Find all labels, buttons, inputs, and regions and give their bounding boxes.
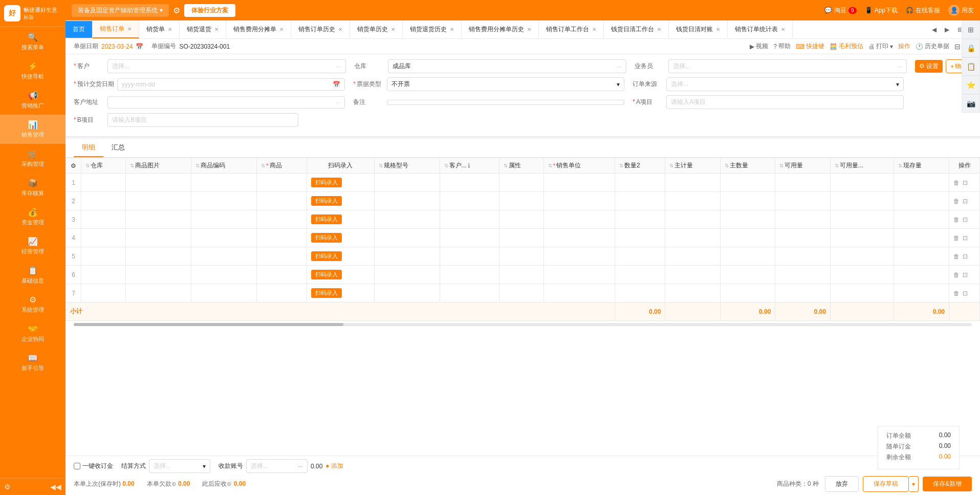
th-customer-product[interactable]: ⇅客户...ℹ bbox=[440, 158, 499, 174]
right-panel-btn-3[interactable]: 📋 bbox=[962, 57, 980, 76]
table-cell[interactable] bbox=[256, 247, 307, 266]
table-cell[interactable] bbox=[665, 284, 720, 303]
table-cell[interactable] bbox=[256, 229, 307, 247]
table-cell[interactable] bbox=[81, 266, 126, 284]
sidebar-item-basic[interactable]: 📋 基础信息 bbox=[0, 261, 66, 290]
table-cell[interactable] bbox=[499, 174, 543, 192]
system-title[interactable]: 装备及固定资产辅助管理系统 ▾ bbox=[72, 4, 169, 17]
table-cell[interactable] bbox=[374, 192, 440, 210]
table-cell[interactable] bbox=[543, 210, 615, 229]
sidebar-item-marketing[interactable]: 📢 营销推广 bbox=[0, 85, 66, 115]
table-cell[interactable] bbox=[543, 192, 615, 210]
table-cell[interactable] bbox=[720, 174, 775, 192]
table-cell[interactable] bbox=[543, 174, 615, 192]
table-cell[interactable] bbox=[775, 284, 830, 303]
table-cell[interactable] bbox=[499, 284, 543, 303]
table-scrollbar[interactable] bbox=[66, 321, 980, 328]
table-cell[interactable] bbox=[894, 174, 949, 192]
table-cell[interactable] bbox=[615, 229, 665, 247]
th-spec[interactable]: ⇅规格型号 bbox=[374, 158, 440, 174]
table-cell[interactable] bbox=[191, 210, 256, 229]
copy-row-icon[interactable]: ⊡ bbox=[963, 253, 968, 260]
table-cell[interactable] bbox=[894, 229, 949, 247]
table-cell[interactable] bbox=[256, 174, 307, 192]
table-cell[interactable] bbox=[126, 210, 191, 229]
table-cell[interactable] bbox=[720, 266, 775, 284]
table-cell[interactable] bbox=[775, 266, 830, 284]
a-project-input[interactable]: 请输入A项目 bbox=[666, 95, 904, 109]
tab-prev-arrow[interactable]: ◀ bbox=[928, 24, 941, 35]
preview-action[interactable]: ▶ 视频 bbox=[750, 42, 768, 51]
th-qty2[interactable]: ⇅数量2 bbox=[615, 158, 665, 174]
tab-cash-reconcile[interactable]: 钱货日清对账 ✕ bbox=[669, 21, 728, 38]
scan-button[interactable]: 扫码录入 bbox=[311, 288, 342, 298]
table-cell[interactable] bbox=[830, 210, 894, 229]
table-cell[interactable] bbox=[256, 266, 307, 284]
table-cell[interactable] bbox=[126, 174, 191, 192]
tab-close-order-workbench[interactable]: ✕ bbox=[592, 27, 596, 32]
table-cell[interactable] bbox=[775, 174, 830, 192]
tab-return-history[interactable]: 销货退货历史 ✕ bbox=[403, 21, 462, 38]
sidebar-item-inventory[interactable]: 📦 库存核算 bbox=[0, 173, 66, 202]
table-cell[interactable] bbox=[894, 266, 949, 284]
table-cell[interactable] bbox=[81, 229, 126, 247]
table-cell[interactable] bbox=[830, 229, 894, 247]
customer-input[interactable]: 选择... ··· bbox=[107, 59, 346, 73]
table-cell[interactable] bbox=[543, 284, 615, 303]
profit-action[interactable]: 🧮 毛利预估 bbox=[830, 42, 863, 51]
message-button[interactable]: 💬 淘豆 9 bbox=[824, 6, 857, 15]
table-cell[interactable] bbox=[191, 247, 256, 266]
table-cell[interactable] bbox=[374, 174, 440, 192]
table-cell[interactable]: 扫码录入 bbox=[307, 229, 374, 247]
table-cell[interactable] bbox=[615, 266, 665, 284]
tab-sales-order-history[interactable]: 销售订单历史 ✕ bbox=[291, 21, 350, 38]
save-draft-button[interactable]: 保存草稿 bbox=[863, 476, 909, 492]
sidebar-item-purchase[interactable]: 🛒 采购管理 bbox=[0, 144, 66, 173]
b-project-input[interactable]: 请输入B项目 bbox=[107, 113, 298, 127]
table-cell[interactable] bbox=[615, 174, 665, 192]
right-panel-btn-4[interactable]: ⭐ bbox=[962, 76, 980, 94]
copy-row-icon[interactable]: ⊡ bbox=[963, 179, 968, 186]
table-cell[interactable] bbox=[665, 247, 720, 266]
table-cell[interactable] bbox=[830, 266, 894, 284]
table-cell[interactable] bbox=[775, 210, 830, 229]
table-cell[interactable] bbox=[894, 210, 949, 229]
print-action[interactable]: 🖨 打印 ▾ bbox=[868, 42, 893, 51]
tab-close-cash-workbench[interactable]: ✕ bbox=[657, 27, 661, 32]
table-cell[interactable] bbox=[543, 247, 615, 266]
sidebar-item-guide[interactable]: 📖 新手引导 bbox=[0, 348, 66, 377]
table-cell[interactable] bbox=[191, 229, 256, 247]
tab-next-arrow[interactable]: ▶ bbox=[941, 24, 953, 35]
table-cell[interactable] bbox=[126, 229, 191, 247]
tab-close-fee-history[interactable]: ✕ bbox=[527, 27, 531, 32]
tab-invoice-history[interactable]: 销货单历史 ✕ bbox=[350, 21, 403, 38]
table-cell[interactable] bbox=[830, 284, 894, 303]
right-panel-btn-5[interactable]: 📷 bbox=[962, 94, 980, 113]
copy-row-icon[interactable]: ⊡ bbox=[963, 198, 968, 205]
industry-solution-button[interactable]: 体验行业方案 bbox=[184, 4, 235, 17]
sidebar-item-finance[interactable]: 💰 资金管理 bbox=[0, 202, 66, 231]
sidebar-item-search[interactable]: 🔍 搜索菜单 bbox=[0, 27, 66, 56]
table-cell[interactable] bbox=[720, 192, 775, 210]
right-panel-btn-2[interactable]: 🔒 bbox=[962, 39, 980, 57]
th-main-qty[interactable]: ⇅主数量 bbox=[720, 158, 775, 174]
table-cell[interactable]: 扫码录入 bbox=[307, 247, 374, 266]
tab-close-sales-order[interactable]: ✕ bbox=[127, 26, 132, 32]
table-cell[interactable] bbox=[126, 266, 191, 284]
one-click-payment-checkbox[interactable] bbox=[74, 463, 80, 469]
tab-close-sales-return[interactable]: ✕ bbox=[214, 27, 219, 32]
sidebar-item-sales[interactable]: 📊 销售管理 bbox=[0, 115, 66, 144]
payment-method-select[interactable]: 选择... ▾ bbox=[149, 459, 210, 473]
th-available[interactable]: ⇅可用量 bbox=[775, 158, 830, 174]
table-cell[interactable] bbox=[830, 192, 894, 210]
sidebar-item-system[interactable]: ⚙ 系统管理 bbox=[0, 290, 66, 319]
tab-sales-return[interactable]: 销货退货 ✕ bbox=[180, 21, 226, 38]
th-settings[interactable]: ⚙ bbox=[66, 158, 81, 174]
table-cell[interactable] bbox=[830, 247, 894, 266]
table-cell[interactable]: 扫码录入 bbox=[307, 266, 374, 284]
table-cell[interactable] bbox=[191, 266, 256, 284]
order-source-select[interactable]: 选择... ▾ bbox=[666, 77, 904, 91]
table-cell[interactable] bbox=[499, 266, 543, 284]
table-cell[interactable] bbox=[374, 266, 440, 284]
table-cell[interactable] bbox=[830, 174, 894, 192]
